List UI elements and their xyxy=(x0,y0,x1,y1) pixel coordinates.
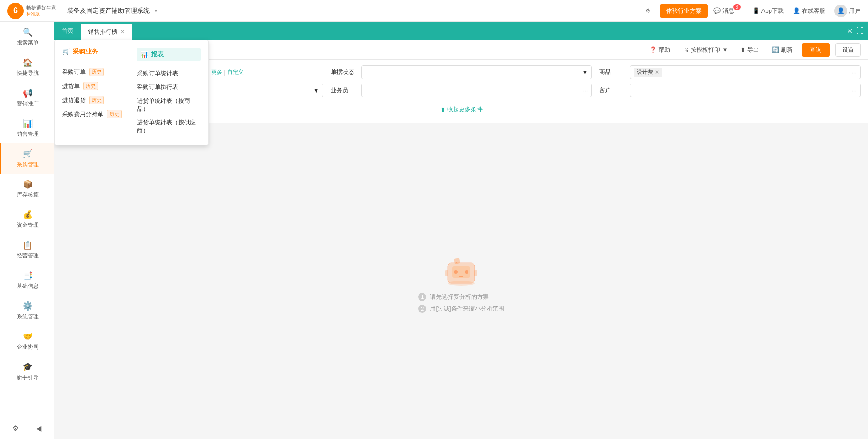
history-tag-3: 历史 xyxy=(107,110,122,118)
export-button[interactable]: ⬆ 导出 xyxy=(737,44,763,56)
goods-label: 商品 xyxy=(599,68,626,76)
tab-bar-actions: ✕ ⛶ xyxy=(847,27,868,35)
sidebar-item-purchase[interactable]: 🛒 采购管理 xyxy=(0,143,54,174)
system-icon: ⚙️ xyxy=(23,301,33,311)
filter-doc-status: 单据状态 ▼ xyxy=(331,65,592,79)
svg-rect-9 xyxy=(474,270,477,276)
menu-item-inbound-stats-goods[interactable]: 进货单统计表（按商品） xyxy=(137,94,201,116)
guide-icon: 🎓 xyxy=(23,362,33,372)
message-button[interactable]: 💬 消息 6 xyxy=(713,7,743,15)
tab-expand-action[interactable]: ⛶ xyxy=(856,27,863,35)
svg-rect-8 xyxy=(445,270,448,276)
report-menu-section: 📊 报表 采购订单统计表 采购订单执行表 进货单统计表（按商品） 进货单统计表（… xyxy=(137,48,201,138)
customer-label: 客户 xyxy=(599,86,626,94)
rank-dropdown-icon: ▼ xyxy=(313,87,319,94)
online-service-button[interactable]: 👤 在线客服 xyxy=(793,7,825,15)
menu-item-inbound-return[interactable]: 进货退货 历史 xyxy=(62,93,126,107)
svg-rect-6 xyxy=(454,258,460,264)
empty-step-1: 1 请先选择要分析的方案 xyxy=(418,293,504,301)
message-badge: 6 xyxy=(733,4,741,10)
customer-select[interactable]: ··· xyxy=(630,84,861,97)
doc-status-label: 单据状态 xyxy=(331,68,358,76)
filter-customer: 客户 ··· xyxy=(599,84,861,97)
purchase-section-title: 🛒 采购业务 xyxy=(62,48,126,59)
app-download-button[interactable]: 📱 App下载 xyxy=(752,7,784,15)
empty-state: 1 请先选择要分析的方案 2 用[过滤]条件来缩小分析范围 xyxy=(418,249,504,313)
system-name: 装备及固定资产辅助管理系统 ▼ xyxy=(67,7,636,15)
sidebar-collapse-button[interactable]: ◀ xyxy=(31,421,46,435)
goods-tag-close[interactable]: ✕ xyxy=(655,69,659,75)
menu-item-purchase-expense[interactable]: 采购费用分摊单 历史 xyxy=(62,107,126,121)
sidebar-item-search[interactable]: 🔍 搜索菜单 xyxy=(0,22,54,52)
date-preset-more[interactable]: 更多 xyxy=(211,69,222,76)
sales-icon: 📊 xyxy=(23,118,33,128)
salesperson-label: 业务员 xyxy=(331,86,358,94)
user-menu-button[interactable]: 👤 用户 xyxy=(834,5,861,17)
user-avatar: 👤 xyxy=(834,5,847,17)
menu-item-inbound-stats-supplier[interactable]: 进货单统计表（按供应商） xyxy=(137,116,201,138)
finance-icon: 💰 xyxy=(23,210,33,220)
svg-point-4 xyxy=(465,270,468,274)
settings-icon[interactable]: ⚙ xyxy=(642,5,654,17)
tab-close-action[interactable]: ✕ xyxy=(847,27,853,35)
tab-home[interactable]: 首页 xyxy=(54,22,81,40)
settings-button[interactable]: 设置 xyxy=(835,43,861,57)
empty-illustration xyxy=(439,249,484,286)
doc-status-select[interactable]: ▼ xyxy=(361,65,592,79)
empty-step-2: 2 用[过滤]条件来缩小分析范围 xyxy=(418,305,504,313)
menu-item-purchase-order-stats[interactable]: 采购订单统计表 xyxy=(137,67,201,80)
query-button[interactable]: 查询 xyxy=(802,43,830,57)
sidebar-item-enterprise[interactable]: 🤝 企业协同 xyxy=(0,326,54,356)
logo-area: 6 畅捷通好生意 标准版 xyxy=(7,3,62,19)
svg-rect-5 xyxy=(459,276,463,277)
sidebar-item-marketing[interactable]: 📢 营销推广 xyxy=(0,83,54,113)
help-icon: ❓ xyxy=(649,46,657,53)
salesperson-select[interactable]: ··· xyxy=(361,84,592,97)
print-button[interactable]: 🖨 按模板打印 ▼ xyxy=(679,44,731,56)
sidebar-item-inventory[interactable]: 📦 库存核算 xyxy=(0,174,54,204)
date-preset-custom[interactable]: 自定义 xyxy=(227,69,244,76)
print-icon: 🖨 xyxy=(683,46,689,53)
doc-status-dropdown-icon: ▼ xyxy=(582,69,588,76)
inventory-icon: 📦 xyxy=(23,179,33,189)
export-icon: ⬆ xyxy=(741,46,746,53)
sidebar-item-basic[interactable]: 📑 基础信息 xyxy=(0,265,54,296)
tab-close-button[interactable]: ✕ xyxy=(120,29,125,35)
message-icon: 💬 xyxy=(713,7,721,14)
sidebar-item-guide[interactable]: 🎓 新手引导 xyxy=(0,356,54,387)
sidebar-item-quick-nav[interactable]: 🏠 快捷导航 xyxy=(0,52,54,83)
marketing-icon: 📢 xyxy=(23,88,33,98)
svg-point-3 xyxy=(454,270,458,274)
tab-bar-wrapper: 首页 销售排行榜 ✕ ✕ ⛶ 🛒 采购业务 xyxy=(54,22,868,40)
help-button[interactable]: ❓ 帮助 xyxy=(646,44,674,56)
sidebar-bottom: ⚙ ◀ xyxy=(0,417,54,439)
industry-button[interactable]: 体验行业方案 xyxy=(660,4,708,18)
operations-icon: 📋 xyxy=(23,240,33,250)
sidebar-settings-button[interactable]: ⚙ xyxy=(8,421,23,435)
sidebar-item-sales[interactable]: 📊 销售管理 xyxy=(0,113,54,143)
menu-item-purchase-order[interactable]: 采购订单 历史 xyxy=(62,65,126,79)
filter-goods: 商品 设计费 ✕ ··· xyxy=(599,65,861,79)
history-tag-1: 历史 xyxy=(83,82,98,90)
filter-salesperson: 业务员 ··· xyxy=(331,84,592,97)
system-dropdown-arrow[interactable]: ▼ xyxy=(153,8,159,14)
tab-sales-rank[interactable]: 销售排行榜 ✕ xyxy=(81,24,132,40)
sidebar-item-system[interactable]: ⚙️ 系统管理 xyxy=(0,296,54,326)
purchase-menu-section: 🛒 采购业务 采购订单 历史 进货单 历史 进货退货 历史 xyxy=(62,48,126,138)
basic-icon: 📑 xyxy=(23,271,33,281)
sidebar-item-operations[interactable]: 📋 经营管理 xyxy=(0,235,54,265)
refresh-button[interactable]: 🔄 刷新 xyxy=(768,44,796,56)
phone-icon: 📱 xyxy=(752,7,760,14)
content-area: 首页 销售排行榜 ✕ ✕ ⛶ 🛒 采购业务 xyxy=(54,22,868,439)
print-dropdown-icon: ▼ xyxy=(722,46,728,53)
goods-select[interactable]: 设计费 ✕ ··· xyxy=(630,65,861,79)
report-section-title: 📊 报表 xyxy=(137,48,201,61)
tab-bar: 首页 销售排行榜 ✕ ✕ ⛶ xyxy=(54,22,868,40)
sidebar-item-finance[interactable]: 💰 资金管理 xyxy=(0,204,54,235)
menu-item-inbound[interactable]: 进货单 历史 xyxy=(62,79,126,93)
history-tag-2: 历史 xyxy=(89,96,104,104)
home-icon: 🏠 xyxy=(23,58,33,68)
logo-text: 畅捷通好生意 标准版 xyxy=(26,5,56,17)
purchase-dropdown-menu: 🛒 采购业务 采购订单 历史 进货单 历史 进货退货 历史 xyxy=(54,40,209,145)
menu-item-purchase-order-exec[interactable]: 采购订单执行表 xyxy=(137,80,201,94)
